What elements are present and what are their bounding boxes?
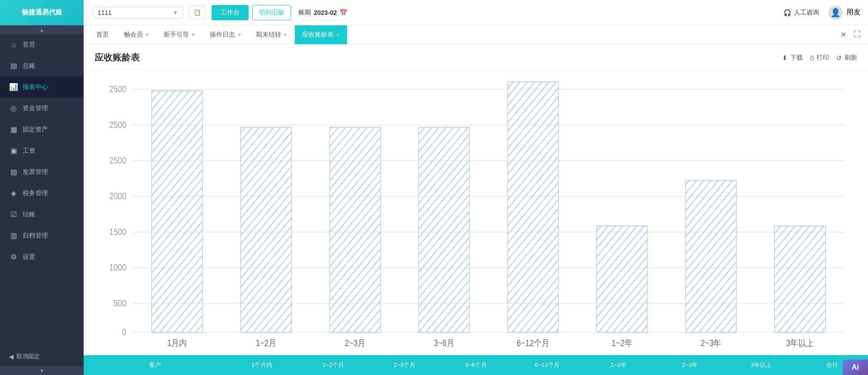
tab-close-icon[interactable]: ×	[146, 32, 149, 38]
table-header-3年以上: 3年以上	[726, 361, 797, 369]
pin-icon: ◀	[9, 353, 14, 360]
sidebar-label-assets: 固定资产	[23, 126, 48, 134]
sidebar-icon-tax: ◈	[9, 189, 18, 197]
chart-container: 2500 2500 2500 2000 1500 1000	[84, 70, 868, 355]
sidebar-item-assets[interactable]: ▦ 固定资产	[0, 119, 84, 140]
tabs-right: ✕ ⛶	[839, 28, 863, 41]
calendar-icon[interactable]: 📅	[340, 9, 347, 16]
tab-畅会员[interactable]: 畅会员×	[117, 25, 156, 44]
ai-badge[interactable]: Ai	[843, 360, 868, 375]
avatar: 👤	[828, 5, 843, 20]
sidebar-item-home[interactable]: ⌂ 首页	[0, 34, 84, 55]
svg-text:1500: 1500	[109, 227, 127, 237]
tab-应收账龄表[interactable]: 应收账龄表×	[295, 25, 347, 44]
tab-label: 首页	[96, 31, 109, 39]
bar-1-2月	[241, 127, 291, 333]
tab-label: 畅会员	[124, 31, 143, 39]
svg-text:1000: 1000	[109, 262, 127, 273]
tab-操作日志[interactable]: 操作日志×	[203, 25, 249, 44]
archive-button[interactable]: 📋	[189, 6, 206, 19]
bar-6-12月	[508, 82, 558, 333]
tab-close-icon[interactable]: ×	[238, 32, 241, 38]
company-name: 1111	[98, 9, 112, 16]
svg-text:1月内: 1月内	[167, 338, 187, 348]
sidebar-icon-home: ⌂	[9, 41, 18, 49]
sidebar-label-tax: 税务管理	[23, 189, 48, 197]
sidebar-icon-reports: 📊	[9, 83, 18, 91]
logo-area: 畅捷通易代账	[0, 0, 84, 25]
bar-chart: 2500 2500 2500 2000 1500 1000	[94, 74, 857, 355]
sidebar-item-archive[interactable]: ▥ 归档管理	[0, 225, 84, 246]
archive-icon: 📋	[193, 9, 201, 16]
svg-text:2~3月: 2~3月	[344, 338, 365, 348]
switch-button[interactable]: 切到旧版	[252, 5, 291, 20]
sidebar-label-settings: 设置	[23, 253, 35, 261]
header: 畅捷通易代账 1111 ▼ 📋 工作台 切到旧版 账期 2023-02 📅 🎧 …	[0, 0, 868, 25]
user-area[interactable]: 👤 用友	[828, 5, 861, 20]
refresh-button[interactable]: ↺ 刷新	[836, 54, 857, 62]
print-label: 打印	[816, 54, 829, 62]
sidebar-icon-funds: ◎	[9, 104, 18, 112]
chevron-down-icon: ▼	[173, 9, 178, 16]
svg-text:0: 0	[122, 327, 126, 338]
sidebar-label-archive: 归档管理	[23, 232, 48, 240]
tab-首页[interactable]: 首页	[89, 25, 117, 44]
consult-button[interactable]: 🎧 人工咨询	[783, 9, 819, 17]
bar-2-3年	[685, 180, 736, 332]
page-title: 应收账龄表	[94, 52, 140, 64]
sidebar-item-salary[interactable]: ▣ 工资	[0, 140, 84, 161]
bar-3年以上	[774, 226, 825, 332]
tab-期末结转[interactable]: 期末结转×	[249, 25, 295, 44]
download-label: 下载	[790, 54, 803, 62]
table-header-1~2个月: 1~2个月	[297, 361, 369, 369]
tab-新手引导[interactable]: 新手引导×	[156, 25, 203, 44]
sidebar-label-reports: 报表中心	[23, 83, 48, 91]
sidebar-label-invoice: 发票管理	[23, 168, 48, 176]
user-label: 用友	[846, 8, 861, 17]
sidebar-label-salary: 工资	[23, 147, 35, 155]
refresh-label: 刷新	[844, 54, 857, 62]
download-button[interactable]: ⬇ 下载	[782, 54, 803, 62]
tab-label: 期末结转	[256, 31, 281, 39]
print-button[interactable]: ⎙ 打印	[810, 54, 829, 62]
sidebar-item-ledger[interactable]: ▤ 总账	[0, 55, 84, 76]
bar-1月内	[152, 91, 203, 333]
sidebar-item-tax[interactable]: ◈ 税务管理	[0, 183, 84, 204]
table-header-客户: 客户	[84, 361, 226, 369]
sidebar-item-checkout[interactable]: ☑ 结账	[0, 204, 84, 225]
sidebar-scroll-up[interactable]: ▲	[0, 25, 84, 34]
main-layout: ▲ ⌂ 首页 ▤ 总账 📊 报表中心 ◎ 资金管理 ▦ 固定资产 ▣ 工资 ▨ …	[0, 25, 868, 375]
workbench-button[interactable]: 工作台	[212, 5, 249, 20]
bar-1-2年	[597, 226, 647, 332]
page-content: 应收账龄表 ⬇ 下载 ⎙ 打印 ↺ 刷新	[84, 44, 868, 375]
sidebar-footer[interactable]: ◀ 取消固定	[0, 347, 84, 366]
sidebar-scroll-down[interactable]: ▼	[0, 366, 84, 375]
sidebar-item-settings[interactable]: ⚙ 设置	[0, 246, 84, 267]
company-selector[interactable]: 1111 ▼	[93, 7, 183, 19]
ai-label: Ai	[852, 363, 859, 371]
svg-text:2500: 2500	[109, 155, 127, 166]
close-all-tabs-button[interactable]: ✕	[839, 28, 848, 41]
action-buttons: ⬇ 下载 ⎙ 打印 ↺ 刷新	[782, 54, 857, 62]
tab-close-icon[interactable]: ×	[336, 32, 340, 38]
period-label: 账期	[298, 9, 311, 17]
tab-label: 操作日志	[210, 31, 235, 39]
sidebar-footer-label: 取消固定	[16, 352, 40, 361]
sidebar-item-funds[interactable]: ◎ 资金管理	[0, 98, 84, 119]
svg-text:1~2年: 1~2年	[612, 338, 632, 348]
svg-text:500: 500	[113, 298, 126, 309]
bar-2-3月	[330, 127, 380, 333]
sidebar-item-reports[interactable]: 📊 报表中心	[0, 76, 84, 98]
tab-close-icon[interactable]: ×	[284, 32, 287, 38]
sidebar-item-invoice[interactable]: ▨ 发票管理	[0, 161, 84, 183]
sidebar-icon-archive: ▥	[9, 231, 18, 240]
svg-text:3~6月: 3~6月	[434, 338, 454, 348]
svg-text:2000: 2000	[109, 191, 127, 202]
tab-close-icon[interactable]: ×	[192, 32, 195, 38]
sidebar-icon-salary: ▣	[9, 146, 18, 155]
table-header-2~3年: 2~3年	[654, 361, 726, 369]
table-header-1个月内: 1个月内	[226, 361, 297, 369]
expand-button[interactable]: ⛶	[852, 28, 863, 41]
table-header-1~2年: 1~2年	[583, 361, 654, 369]
page-header: 应收账龄表 ⬇ 下载 ⎙ 打印 ↺ 刷新	[84, 44, 868, 70]
